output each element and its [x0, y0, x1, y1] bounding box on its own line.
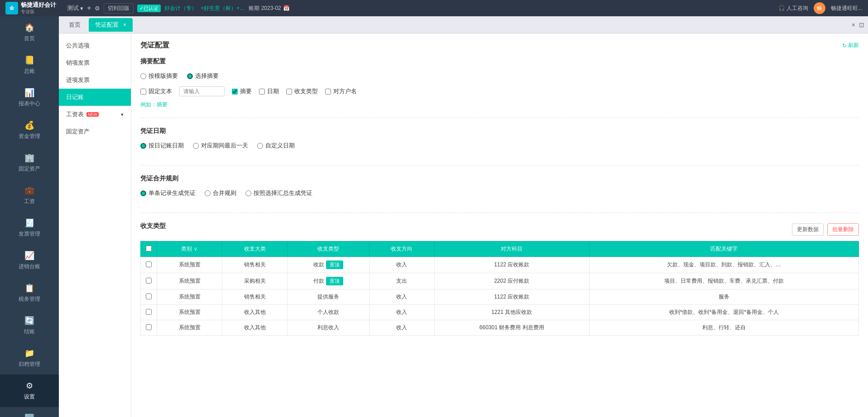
radio-total-input[interactable] [245, 190, 251, 196]
row-checkbox-cell[interactable] [141, 305, 157, 320]
radio-custom-date[interactable]: 自定义日期 [257, 142, 295, 150]
user-avatar[interactable]: 畅 [814, 2, 825, 14]
expand-icon: ▾ [121, 112, 124, 118]
add-icon[interactable]: + [87, 4, 91, 12]
checkbox-pay-type[interactable]: 收支类型 [286, 87, 318, 95]
row-checkbox[interactable] [146, 309, 152, 315]
tab-minimize-btn[interactable]: × [852, 21, 855, 28]
sidebar-item-assets[interactable]: 🏢 固定资产 [0, 147, 59, 179]
voucher-date-radio-group: 按日记账日期 对应期间最后一天 自定义日期 [140, 142, 859, 150]
left-menu: 公共选项 销项发票 进项发票 日记账 工资表 NEW ▾ 固定资产 [59, 33, 131, 417]
left-menu-public[interactable]: 公共选项 [59, 37, 131, 54]
update-data-btn[interactable]: 更新数据 [792, 223, 824, 236]
row-checkbox[interactable] [146, 324, 152, 330]
row-checkbox-cell[interactable] [141, 257, 157, 273]
table-row: 系统预置 收入其他 个人收款 收入 1221 其他应收款 收到*借款、收到*备用… [141, 305, 859, 320]
sidebar-item-reports[interactable]: 📊 报表中心 [0, 81, 59, 114]
sidebar-item-ledger[interactable]: 📒 总账 [0, 49, 59, 81]
row-checkbox[interactable] [146, 294, 152, 299]
sidebar-item-tax[interactable]: 📋 税务管理 [0, 277, 59, 309]
radio-merge[interactable]: 合并规则 [205, 189, 236, 197]
main-content: 凭证配置 ↻ 刷新 摘要配置 按模版摘要 [131, 33, 868, 417]
row-account: 660301 财务费用 利息费用 [434, 320, 589, 336]
row-category: 系统预置 [157, 320, 222, 336]
checkbox-summary-input[interactable] [232, 89, 238, 95]
tab-home[interactable]: 首页 [62, 18, 87, 32]
row-checkbox-cell[interactable] [141, 320, 157, 336]
radio-single[interactable]: 单条记录生成凭证 [140, 189, 196, 197]
fixed-text-input[interactable] [179, 86, 225, 96]
left-menu-journal[interactable]: 日记账 [59, 89, 131, 106]
top-nav-center: 测试 ▾ + ⚙ 切到旧版 ✓已认证 好会计（专） +好生意（标）+… 账期 2… [67, 3, 775, 14]
sidebar-item-invoice[interactable]: 🧾 发票管理 [0, 212, 59, 244]
minor-type-tag-btn[interactable]: 置顶 [326, 261, 343, 269]
checkbox-counterpart[interactable]: 对方户名 [325, 87, 357, 95]
sidebar-item-home[interactable]: 🏠 首页 [0, 16, 59, 49]
sales-icon: 📈 [24, 251, 34, 261]
sidebar-item-settings[interactable]: ⚙ 设置 [0, 374, 59, 407]
income-expense-table: 类别 ∨ 收支大类 收支类型 收支方向 对方科目 匹配关键字 [140, 241, 859, 336]
radio-merge-input[interactable] [205, 190, 211, 196]
minor-type-tag-btn[interactable]: 置顶 [326, 277, 343, 285]
row-keywords: 欠款、现金、项目款、到款、报销款、汇入、… [589, 257, 858, 273]
radio-period-last-input[interactable] [193, 143, 199, 149]
radio-journal-date-input[interactable] [140, 143, 146, 149]
radio-journal-date[interactable]: 按日记账日期 [140, 142, 184, 150]
tab-voucher-config[interactable]: 凭证配置 × [89, 18, 133, 32]
row-keywords: 收到*借款、收到*备用金、退回*备用金、个人 [589, 305, 858, 320]
salary-icon: 💼 [24, 185, 34, 195]
tab-maximize-btn[interactable]: ⊡ [859, 21, 864, 28]
row-checkbox[interactable] [146, 278, 152, 284]
table-actions: 更新数据 批量删除 [792, 223, 859, 236]
sidebar-item-salary[interactable]: 💼 工资 [0, 179, 59, 212]
checkbox-fixed-text-input[interactable] [140, 89, 146, 95]
radio-select[interactable]: 选择摘要 [187, 72, 219, 80]
sidebar-item-finance[interactable]: 💰 资金管理 [0, 114, 59, 147]
sidebar-item-settle[interactable]: 🔄 结账 [0, 309, 59, 342]
checkbox-pay-type-input[interactable] [286, 89, 292, 95]
refresh-button[interactable]: ↻ 刷新 [842, 42, 859, 49]
sidebar-item-guide[interactable]: 🆕 新手引导 [0, 407, 59, 417]
batch-delete-btn[interactable]: 批量删除 [827, 223, 859, 236]
row-checkbox[interactable] [146, 261, 152, 267]
radio-template[interactable]: 按模版摘要 [140, 72, 178, 80]
radio-total[interactable]: 按照选择汇总生成凭证 [245, 189, 312, 197]
checkbox-fixed-text[interactable]: 固定文本 [140, 87, 172, 95]
radio-template-input[interactable] [140, 73, 146, 79]
th-checkbox[interactable] [141, 242, 157, 257]
row-minor-type: 付款 置顶 [288, 273, 369, 289]
sidebar-item-sales[interactable]: 📈 进销台账 [0, 244, 59, 277]
invoice-icon: 🧾 [24, 218, 34, 228]
checkbox-date-input[interactable] [259, 89, 265, 95]
calendar-icon: 📅 [283, 5, 290, 11]
table-header-row-elem: 类别 ∨ 收支大类 收支类型 收支方向 对方科目 匹配关键字 [141, 242, 859, 257]
radio-custom-date-input[interactable] [257, 143, 263, 149]
settle-icon: 🔄 [24, 316, 34, 326]
left-menu-purchase-invoice[interactable]: 进项发票 [59, 71, 131, 89]
table-row: 系统预置 销售相关 提供服务 收入 1122 应收账款 服务 [141, 289, 859, 305]
checkbox-summary[interactable]: 摘要 [232, 87, 252, 95]
tax-icon: 📋 [24, 283, 34, 293]
left-menu-sales-invoice[interactable]: 销项发票 [59, 54, 131, 71]
sidebar-item-archive[interactable]: 📁 归档管理 [0, 342, 59, 374]
left-menu-salary-table[interactable]: 工资表 NEW ▾ [59, 106, 131, 123]
th-keywords: 匹配关键字 [589, 242, 858, 257]
row-checkbox-cell[interactable] [141, 273, 157, 289]
row-minor-type: 个人收款 [288, 305, 369, 320]
tab-close-icon[interactable]: × [123, 22, 126, 28]
row-category: 系统预置 [157, 289, 222, 305]
select-all-checkbox[interactable] [146, 246, 152, 251]
radio-period-last[interactable]: 对应期间最后一天 [193, 142, 248, 150]
switch-old-btn[interactable]: 切到旧版 [104, 3, 134, 14]
checkbox-counterpart-input[interactable] [325, 89, 331, 95]
row-checkbox-cell[interactable] [141, 289, 157, 305]
period-label[interactable]: 账期 2023-02 📅 [249, 5, 289, 12]
company-selector[interactable]: 测试 ▾ [67, 4, 83, 12]
settings-icon[interactable]: ⚙ [95, 5, 100, 12]
settings-sidebar-icon: ⚙ [26, 381, 33, 391]
left-menu-fixed-assets[interactable]: 固定资产 [59, 123, 131, 140]
radio-select-input[interactable] [187, 73, 193, 79]
human-service-btn[interactable]: 🎧 人工咨询 [778, 5, 808, 12]
radio-single-input[interactable] [140, 190, 146, 196]
checkbox-date[interactable]: 日期 [259, 87, 279, 95]
